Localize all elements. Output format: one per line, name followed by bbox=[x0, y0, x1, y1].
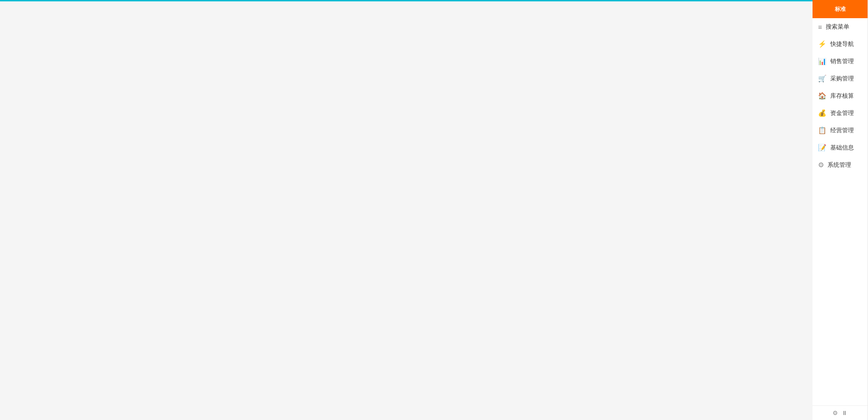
sidebar-item-label: 采购管理 bbox=[830, 75, 854, 83]
sidebar-item-search-menu[interactable]: ≡ 搜索菜单 bbox=[813, 18, 868, 35]
sidebar: 标准 ≡ 搜索菜单 ⚡ 快捷导航 📊 销售管理 🛒 采购管理 🏠 库存核算 💰 … bbox=[813, 0, 868, 420]
sidebar-item-ops-mgmt[interactable]: 📋 经营管理 bbox=[813, 122, 868, 139]
inventory-icon: 🏠 bbox=[818, 92, 827, 100]
sidebar-item-label: 经营管理 bbox=[830, 126, 854, 135]
sys-mgmt-icon: ⚙ bbox=[818, 161, 824, 169]
sidebar-logo: 标准 bbox=[813, 0, 868, 18]
sidebar-item-sys-mgmt[interactable]: ⚙ 系统管理 bbox=[813, 156, 868, 174]
search-menu-icon: ≡ bbox=[818, 23, 822, 31]
sidebar-item-label: 销售管理 bbox=[830, 57, 854, 65]
sidebar-item-label: 基础信息 bbox=[830, 144, 854, 152]
quick-nav-icon: ⚡ bbox=[818, 40, 827, 48]
sidebar-item-label: 资金管理 bbox=[830, 109, 854, 117]
basic-info-icon: 📝 bbox=[818, 144, 827, 152]
sidebar-item-fund-mgmt[interactable]: 💰 资金管理 bbox=[813, 105, 868, 122]
sidebar-item-sales-mgmt[interactable]: 📊 销售管理 bbox=[813, 53, 868, 70]
sidebar-item-quick-nav[interactable]: ⚡ 快捷导航 bbox=[813, 35, 868, 53]
sidebar-item-label: 快捷导航 bbox=[830, 40, 854, 48]
purchase-mgmt-icon: 🛒 bbox=[818, 75, 827, 83]
sidebar-item-label: 库存核算 bbox=[830, 92, 854, 100]
sidebar-bottom: ⚙ ⏸ bbox=[813, 405, 868, 420]
ops-icon: 📋 bbox=[818, 126, 827, 135]
fund-icon: 💰 bbox=[818, 109, 827, 117]
sidebar-item-label: 系统管理 bbox=[828, 161, 851, 169]
sales-mgmt-icon: 📊 bbox=[818, 57, 827, 65]
top-accent-bar bbox=[0, 0, 813, 1]
sidebar-bottom-icon2[interactable]: ⏸ bbox=[842, 410, 848, 416]
sidebar-item-purchase-mgmt[interactable]: 🛒 采购管理 bbox=[813, 70, 868, 87]
sidebar-bottom-icon1[interactable]: ⚙ bbox=[833, 410, 838, 416]
sidebar-item-basic-info[interactable]: 📝 基础信息 bbox=[813, 139, 868, 156]
sidebar-item-inventory-calc[interactable]: 🏠 库存核算 bbox=[813, 87, 868, 105]
sidebar-item-label: 搜索菜单 bbox=[826, 23, 849, 31]
